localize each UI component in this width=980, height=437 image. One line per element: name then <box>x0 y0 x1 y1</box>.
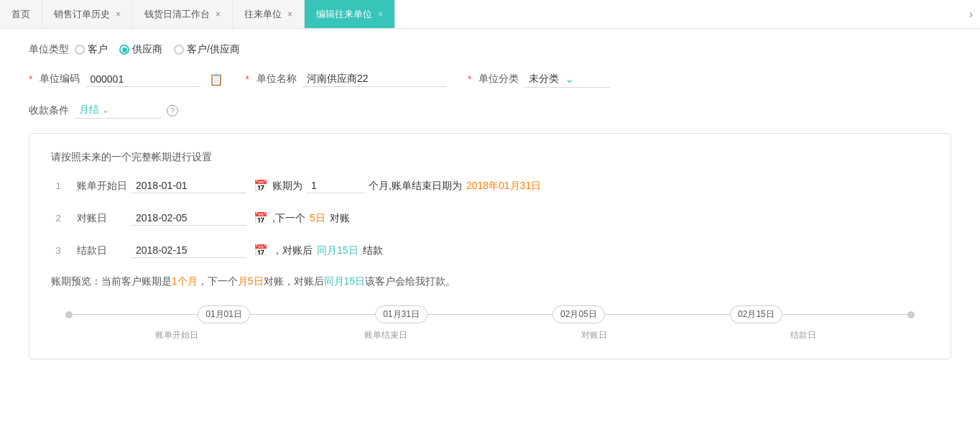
tab-bar: 首页 销售订单历史 × 钱货日清工作台 × 往来单位 × 编辑往来单位 × › <box>0 0 980 29</box>
timeline-label-3: 对账日 <box>581 329 607 341</box>
timeline-line-5 <box>782 314 907 315</box>
unit-code-star: * <box>29 73 32 85</box>
row-3-num: 3 <box>51 245 65 256</box>
tab-sales-history-label: 销售订单历史 <box>54 8 110 21</box>
tab-more-arrow[interactable]: › <box>962 0 980 28</box>
preview-prefix: 账期预览：当前客户账期是 <box>51 275 172 287</box>
timeline-node-4: 02月15日 <box>730 305 782 323</box>
timeline-line-4 <box>605 314 730 315</box>
tab-partner[interactable]: 往来单位 × <box>233 0 305 28</box>
tab-partner-label: 往来单位 <box>244 8 282 21</box>
reconcile-date-input[interactable] <box>131 211 246 226</box>
timeline-label-1: 账单开始日 <box>155 329 198 341</box>
payment-suffix: 结款 <box>363 244 383 257</box>
payment-day-highlight: 同月15日 <box>317 244 359 257</box>
row-1-content: 📅 账期为 个月,账单结束日期为 2018年01月31日 <box>131 178 929 193</box>
radio-both-label: 客户/供应商 <box>187 43 240 56</box>
unit-category-star: * <box>468 73 471 85</box>
end-date-highlight: 2018年01月31日 <box>466 180 541 193</box>
tab-sales-history[interactable]: 销售订单历史 × <box>42 0 133 28</box>
row-2-label: 对账日 <box>77 212 120 225</box>
tab-edit-partner-close[interactable]: × <box>378 10 383 19</box>
unit-category-arrow-icon: ⌄ <box>565 72 574 86</box>
unit-category-label: 单位分类 <box>479 73 519 86</box>
preview-payment-suffix: 该客户会给我打款。 <box>365 275 456 287</box>
tab-cash-work[interactable]: 钱货日清工作台 × <box>133 0 233 28</box>
period-label: 账期为 <box>272 180 302 193</box>
panel-row-2: 2 对账日 📅 ,下一个 5日 对账 <box>51 211 929 226</box>
unit-code-input[interactable] <box>85 72 200 87</box>
tab-edit-partner-label: 编辑往来单位 <box>316 8 372 21</box>
tab-home-label: 首页 <box>11 8 30 21</box>
reconcile-date-cal-icon[interactable]: 📅 <box>254 211 268 225</box>
preview-reconcile-suffix: 对账，对账后 <box>264 275 324 287</box>
unit-type-group: 单位类型 客户 供应商 客户/供应商 <box>29 43 240 56</box>
payment-terms-select[interactable]: 月结 ⌄ <box>75 102 161 119</box>
tab-home[interactable]: 首页 <box>0 0 42 28</box>
radio-group-unit-type: 客户 供应商 客户/供应商 <box>75 43 240 56</box>
unit-code-label: 单位编码 <box>40 73 80 86</box>
start-date-input[interactable] <box>131 178 246 193</box>
timeline-line-3 <box>427 314 553 315</box>
payment-terms-arrow-icon: ⌄ <box>102 105 109 115</box>
row-1-num: 1 <box>51 180 65 191</box>
preview-reconcile-prefix: 下一个 <box>208 275 238 287</box>
panel-row-1: 1 账单开始日 📅 账期为 个月,账单结束日期为 2018年01月31日 <box>51 178 929 193</box>
radio-both[interactable]: 客户/供应商 <box>174 43 240 56</box>
months-input[interactable] <box>307 178 364 193</box>
preview-period: 1个月 <box>172 275 198 287</box>
unit-type-row: 单位类型 客户 供应商 客户/供应商 <box>29 43 951 56</box>
row-3-content: 📅 ，对账后 同月15日 结款 <box>131 243 929 258</box>
radio-customer[interactable]: 客户 <box>75 43 108 56</box>
payment-terms-label: 收款条件 <box>29 104 69 117</box>
timeline-end-dot <box>907 311 915 318</box>
preview-reconcile: 月5日 <box>238 275 264 287</box>
unit-name-group: * 单位名称 <box>245 72 445 87</box>
row-1-label: 账单开始日 <box>77 180 120 193</box>
timeline-badge-2: 01月31日 <box>375 305 427 323</box>
unit-name-label: 单位名称 <box>256 73 297 86</box>
timeline-badge-4: 02月15日 <box>730 305 782 323</box>
timeline-node-1: 01月01日 <box>198 305 250 323</box>
timeline-node-3: 02月05日 <box>553 305 605 323</box>
tab-edit-partner[interactable]: 编辑往来单位 × <box>305 0 395 28</box>
timeline-line-1 <box>73 314 198 315</box>
row-2-content: 📅 ,下一个 5日 对账 <box>131 211 929 226</box>
timeline-start-dot <box>65 311 73 318</box>
payment-terms-group: 收款条件 月结 ⌄ ? <box>29 102 178 119</box>
start-date-cal-icon[interactable]: 📅 <box>254 179 268 193</box>
preview-comma: ， <box>198 275 208 287</box>
tab-cash-work-close[interactable]: × <box>216 10 221 19</box>
timeline-badge-1: 01月01日 <box>198 305 250 323</box>
radio-customer-label: 客户 <box>88 43 108 56</box>
help-icon[interactable]: ? <box>167 105 178 116</box>
payment-prefix: ，对账后 <box>272 244 313 257</box>
timeline-labels: 账单开始日 账单结束日 对账日 结款日 <box>65 329 915 341</box>
panel-title: 请按照未来的一个完整帐期进行设置 <box>51 151 929 164</box>
unit-code-group: * 单位编码 📋 <box>29 72 223 87</box>
unit-category-select[interactable]: 未分类 ⌄ <box>524 70 611 88</box>
settings-panel: 请按照未来的一个完整帐期进行设置 1 账单开始日 📅 账期为 个月,账单结束日期… <box>29 133 951 359</box>
unit-name-star: * <box>245 73 249 85</box>
radio-supplier-circle <box>119 45 129 55</box>
timeline-container: 01月01日 01月31日 02月05日 02月15日 <box>51 305 929 341</box>
reconcile-day-highlight: 5日 <box>310 212 325 225</box>
payment-date-cal-icon[interactable]: 📅 <box>254 244 268 257</box>
row-3-label: 结款日 <box>77 244 120 257</box>
radio-both-circle <box>174 45 184 55</box>
radio-supplier[interactable]: 供应商 <box>119 43 162 56</box>
timeline-label-2: 账单结束日 <box>364 329 407 341</box>
timeline-badge-3: 02月05日 <box>553 305 605 323</box>
timeline-label-4: 结款日 <box>790 329 816 341</box>
unit-category-value: 未分类 <box>529 73 559 86</box>
unit-code-copy-icon[interactable]: 📋 <box>209 73 223 86</box>
payment-date-input[interactable] <box>131 243 246 258</box>
tab-partner-close[interactable]: × <box>287 10 292 19</box>
reconcile-suffix: 对账 <box>330 212 350 225</box>
unit-name-input[interactable] <box>302 72 446 87</box>
panel-row-3: 3 结款日 📅 ，对账后 同月15日 结款 <box>51 243 929 258</box>
timeline-line-2 <box>250 314 375 315</box>
reconcile-prefix: ,下一个 <box>272 212 305 225</box>
tab-sales-history-close[interactable]: × <box>116 10 121 19</box>
payment-terms-value: 月结 <box>79 104 99 116</box>
